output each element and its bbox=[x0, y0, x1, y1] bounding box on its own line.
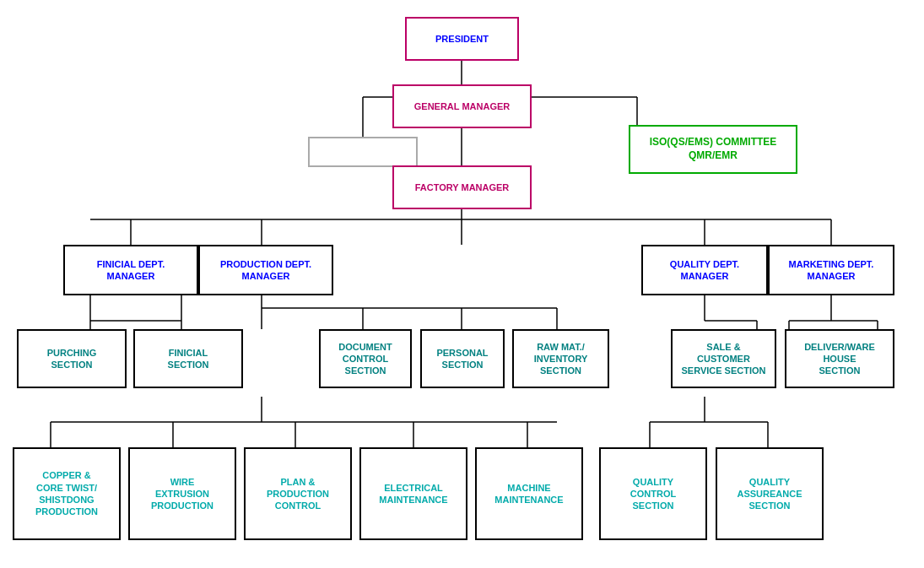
production-dept-box: PRODUCTION DEPT. MANAGER bbox=[198, 245, 333, 295]
machine-box: MACHINE MAINTENANCE bbox=[475, 447, 583, 540]
finicial-section-box: FINICIAL SECTION bbox=[133, 329, 243, 388]
blank-box bbox=[308, 137, 418, 167]
personal-section-box: PERSONAL SECTION bbox=[420, 329, 505, 388]
raw-mat-section-box: RAW MAT./ INVENTORY SECTION bbox=[512, 329, 609, 388]
document-control-box: DOCUMENT CONTROL SECTION bbox=[319, 329, 412, 388]
fm-box: FACTORY MANAGER bbox=[392, 165, 532, 209]
quality-control-box: QUALITY CONTROL SECTION bbox=[599, 447, 707, 540]
president-box: PRESIDENT bbox=[405, 17, 519, 61]
gm-box: GENERAL MANAGER bbox=[392, 84, 532, 128]
marketing-dept-box: MARKETING DEPT. MANAGER bbox=[768, 245, 894, 295]
plan-production-box: PLAN & PRODUCTION CONTROL bbox=[244, 447, 352, 540]
quality-assurance-box: QUALITY ASSUREANCE SECTION bbox=[716, 447, 824, 540]
wire-extrusion-box: WIRE EXTRUSION PRODUCTION bbox=[128, 447, 236, 540]
financial-dept-box: FINICIAL DEPT. MANAGER bbox=[63, 245, 198, 295]
deliver-warehouse-box: DELIVER/WARE HOUSE SECTION bbox=[785, 329, 894, 388]
org-chart: PRESIDENT GENERAL MANAGER ISO(QS/EMS) CO… bbox=[0, 0, 924, 568]
sale-customer-box: SALE & CUSTOMER SERVICE SECTION bbox=[671, 329, 776, 388]
iso-box: ISO(QS/EMS) COMMITTEE QMR/EMR bbox=[629, 125, 797, 174]
electrical-box: ELECTRICAL MAINTENANCE bbox=[359, 447, 467, 540]
copper-box: COPPER & CORE TWIST/ SHISTDONG PRODUCTIO… bbox=[13, 447, 121, 540]
quality-dept-box: QUALITY DEPT. MANAGER bbox=[641, 245, 768, 295]
purching-section-box: PURCHING SECTION bbox=[17, 329, 127, 388]
